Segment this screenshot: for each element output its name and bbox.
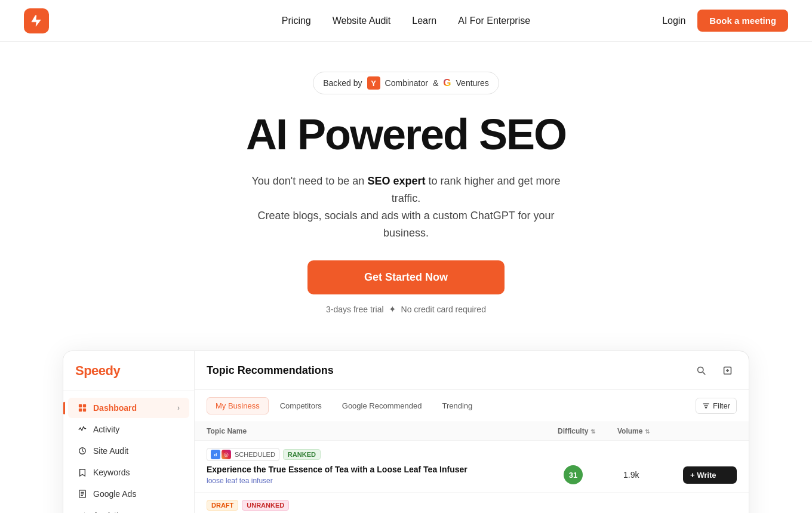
sidebar-item-activity[interactable]: Activity xyxy=(68,419,189,440)
scheduled-text-1: SCHEDULED xyxy=(235,451,275,458)
row-1-title: Experience the True Essence of Tea with … xyxy=(207,465,564,474)
sidebar-label-activity: Activity xyxy=(93,425,119,434)
tab-google-recommended[interactable]: Google Recommended xyxy=(333,397,431,414)
hero-note: 3-days free trial ✦ No credit card requi… xyxy=(326,304,486,315)
draft-badge-2: DRAFT xyxy=(207,500,238,511)
sidebar-logo: Speedy xyxy=(63,363,194,391)
subtitle-line2: Create blogs, socials and ads with a cus… xyxy=(258,210,555,239)
svg-rect-2 xyxy=(79,408,82,411)
tab-trending[interactable]: Trending xyxy=(433,397,481,414)
chevron-icon: › xyxy=(177,404,180,412)
search-button[interactable] xyxy=(691,361,710,380)
svg-rect-1 xyxy=(83,404,86,407)
sidebar: Speedy Dashboard › Activity Site Aud xyxy=(63,351,195,513)
sort-volume-icon: ⇅ xyxy=(645,428,650,435)
sidebar-item-keywords[interactable]: Keywords xyxy=(68,462,189,483)
svg-point-13 xyxy=(697,367,703,372)
svg-rect-3 xyxy=(83,408,86,411)
col-volume[interactable]: Volume ⇅ xyxy=(617,427,677,435)
nav-actions: Login Book a meeting xyxy=(662,10,788,32)
backed-by-badge: Backed by Y Combinator & G Ventures xyxy=(313,72,499,94)
trial-text: 3-days free trial xyxy=(326,305,383,314)
bookmark-icon xyxy=(78,468,87,477)
clock-icon xyxy=(78,446,87,456)
ig-icon: ◎ xyxy=(222,450,231,459)
nav-links: Pricing Website Audit Learn AI For Enter… xyxy=(282,16,530,26)
nav-pricing[interactable]: Pricing xyxy=(282,16,311,26)
svg-line-14 xyxy=(703,372,705,374)
grid-icon xyxy=(78,403,87,413)
nav-website-audit[interactable]: Website Audit xyxy=(333,16,391,26)
navigation: Pricing Website Audit Learn AI For Enter… xyxy=(0,0,812,42)
sidebar-item-site-audit[interactable]: Site Audit xyxy=(68,441,189,461)
sidebar-divider xyxy=(63,391,194,391)
sidebar-item-google-ads[interactable]: Google Ads xyxy=(68,484,189,504)
get-started-button[interactable]: Get Started Now xyxy=(307,260,505,294)
col-difficulty[interactable]: Difficulty ⇅ xyxy=(558,427,617,435)
login-link[interactable]: Login xyxy=(662,16,685,26)
sidebar-label-analytics: Analytics xyxy=(93,511,127,513)
sidebar-label-google-ads: Google Ads xyxy=(93,489,136,499)
combinator-text: Combinator xyxy=(385,78,428,88)
col-topic-name: Topic Name xyxy=(207,427,558,435)
sort-difficulty-icon: ⇅ xyxy=(590,428,595,435)
write-button-1[interactable]: + Write xyxy=(683,466,737,484)
header-actions xyxy=(691,361,737,380)
row-1-main: Experience the True Essence of Tea with … xyxy=(207,465,737,485)
book-meeting-button[interactable]: Book a meeting xyxy=(697,10,788,32)
badge-and: & xyxy=(433,78,438,88)
export-button[interactable] xyxy=(718,361,737,380)
table-row: DRAFT UNRANKED Unlock the Flavors: Light… xyxy=(195,493,749,513)
google-g: G xyxy=(443,77,451,89)
doc-icon xyxy=(78,489,87,499)
badge-backed-text: Backed by xyxy=(323,78,362,88)
nav-learn[interactable]: Learn xyxy=(412,16,436,26)
analytics-icon xyxy=(78,511,87,513)
ranked-badge-1: RANKED xyxy=(283,449,321,460)
filter-button[interactable]: Filter xyxy=(696,398,737,414)
nav-ai-enterprise[interactable]: AI For Enterprise xyxy=(458,16,530,26)
row-2-badges: DRAFT UNRANKED xyxy=(207,500,737,511)
row-1-difficulty: 31 xyxy=(564,465,623,484)
activity-icon xyxy=(78,425,87,434)
main-header: Topic Recommendations xyxy=(195,351,749,390)
hero-section: Backed by Y Combinator & G Ventures AI P… xyxy=(0,42,812,339)
subtitle-bold: SEO expert xyxy=(367,175,425,187)
table-row: d ◎ SCHEDULED RANKED Experience the True… xyxy=(195,441,749,493)
diff-circle-1: 31 xyxy=(564,465,583,484)
doc-small-icon: d xyxy=(211,450,220,459)
row-1-volume: 1.9k xyxy=(623,470,683,480)
unranked-badge-2: UNRANKED xyxy=(242,500,289,511)
sidebar-item-dashboard[interactable]: Dashboard › xyxy=(68,398,189,418)
main-title: Topic Recommendations xyxy=(207,364,334,377)
spark-icon: ✦ xyxy=(389,304,396,315)
ventures-text: Ventures xyxy=(456,78,489,88)
scheduled-badge-1: d ◎ SCHEDULED xyxy=(207,448,279,461)
credit-text: No credit card required xyxy=(401,305,486,314)
hero-subtitle: You don't need to be an SEO expert to ra… xyxy=(239,173,573,241)
main-content: Topic Recommendations My Business Compet… xyxy=(195,351,749,513)
row-1-keyword: loose leaf tea infuser xyxy=(207,477,564,485)
hero-title: AI Powered SEO xyxy=(246,111,566,158)
tabs: My Business Competitors Google Recommend… xyxy=(207,397,481,414)
filter-label: Filter xyxy=(713,401,730,410)
sidebar-label-keywords: Keywords xyxy=(93,468,130,477)
sidebar-label-site-audit: Site Audit xyxy=(93,446,128,456)
subtitle-part1: You don't need to be an xyxy=(251,175,367,187)
logo[interactable] xyxy=(24,8,49,33)
svg-rect-0 xyxy=(79,404,82,407)
yc-badge: Y xyxy=(367,76,380,90)
app-preview: Speedy Dashboard › Activity Site Aud xyxy=(63,351,749,513)
tab-competitors[interactable]: Competitors xyxy=(271,397,331,414)
table-header: Topic Name Difficulty ⇅ Volume ⇅ xyxy=(195,422,749,441)
row-1-badges: d ◎ SCHEDULED RANKED xyxy=(207,448,737,461)
sidebar-label-dashboard: Dashboard xyxy=(93,403,137,413)
tab-my-business[interactable]: My Business xyxy=(207,397,269,414)
tabs-row: My Business Competitors Google Recommend… xyxy=(195,390,749,422)
sidebar-item-analytics[interactable]: Analytics xyxy=(68,505,189,513)
